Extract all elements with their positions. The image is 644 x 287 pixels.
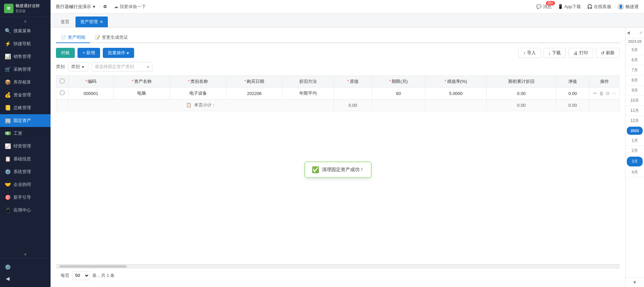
timeline-month-6[interactable]: 6月 [625,55,644,65]
messages-button[interactable]: 💬 消息 99+ [536,4,552,10]
sidebar-item-basic-info[interactable]: 📋 基础信息 [0,153,51,165]
timeline-month-10[interactable]: 10月 [625,96,644,106]
category-value-select[interactable]: 请选择固定资产类别 ▾ [92,62,152,71]
timeline-list: 5月 6月 7月 8月 9月 10月 11月 12月 2023 1月 2月 3月… [625,45,644,277]
select-all-checkbox[interactable] [60,79,64,83]
experience-label: 我要体验一下 [120,4,146,10]
timeline-month-9[interactable]: 9月 [625,86,644,96]
th-net-value: 净值 [556,76,589,88]
th-period: *期限(月) [372,76,425,88]
sidebar-nav: 🔍 搜索菜单 ⚡ 快捷导航 📊 销售管理 🛒 采购管理 📦 库存核算 💰 资金管… [0,25,51,251]
sidebar-scroll-up[interactable]: ▲ [0,17,51,25]
sidebar-item-finance[interactable]: 💰 资金管理 [0,89,51,101]
edit-icon[interactable]: ✏ [593,91,597,96]
customer-service-label: 在线客服 [594,4,611,10]
timeline-month-7[interactable]: 7月 [625,65,644,75]
th-depreciation-method: 折旧方法 [282,76,334,88]
timeline-month-3-current[interactable]: 3月 [627,157,643,167]
total-label: 条，共 1 条 [92,273,115,279]
per-page-select[interactable]: 50 20 100 [72,271,90,280]
panel-expand-icon[interactable]: ⤢ [639,30,643,35]
sub-tab-generate-voucher[interactable]: 📝 变更生成凭证 [90,32,133,43]
subtotal-original-value: 0.00 [334,99,372,111]
panel-year-label: 2023.03 [625,38,644,45]
app-download-label: App下载 [564,4,581,10]
timeline-year-2023[interactable]: 2023 [627,127,643,135]
more-icon[interactable]: ⋯ [611,91,616,96]
headset-icon: 🎧 [587,4,592,9]
sidebar-scroll-down[interactable]: ▼ [0,251,51,258]
gear-icon: ⚙ [103,4,107,9]
sidebar-item-quick-nav[interactable]: ⚡ 快捷导航 [0,37,51,50]
reconcile-button[interactable]: 对账 [56,48,75,58]
panel-scroll-down-icon[interactable]: ▼ [633,280,637,285]
sub-tab-asset-details[interactable]: 📄 资产明细 [56,32,90,43]
h-scrollbar[interactable] [56,264,620,268]
print-icon: 🖨 [574,51,578,56]
finance-icon: 💰 [5,92,11,98]
th-name: *资产名称 [114,76,170,88]
subtotal-row: 📋 本页小计： 0.00 0.00 0.00 [56,99,620,111]
timeline-month-4[interactable]: 4月 [625,167,644,178]
settings-button[interactable]: ⚙ [103,4,107,9]
sidebar-item-inventory[interactable]: 📦 库存核算 [0,76,51,89]
app-download-button[interactable]: 📱 App下载 [558,4,581,10]
logo-icon: 财 [4,4,13,13]
tab-close-icon[interactable]: ✕ [100,20,103,24]
delete-icon[interactable]: 🗑 [599,91,604,96]
user-menu[interactable]: 👤 畅捷通 [617,3,639,10]
sidebar-item-management[interactable]: 📈 经营管理 [0,140,51,153]
h-scrollbar-thumb[interactable] [59,265,127,268]
sidebar-item-cooperation[interactable]: 🤝 企业协同 [0,178,51,191]
company-selector[interactable]: 医疗器械行业演示 ▾ [56,4,95,10]
sidebar-item-label: 资金管理 [13,92,31,98]
collapse-icon: ◀ [5,276,11,282]
right-panel: ◀ ⤢ 2023.03 5月 6月 7月 8月 9月 10月 11月 12月 2… [625,28,644,287]
td-purchase-date: 202206 [226,88,282,99]
sidebar-item-label: 快捷导航 [13,41,31,47]
toast-check-icon: ✅ [312,166,319,173]
timeline-month-2[interactable]: 2月 [625,146,644,156]
sidebar-item-system[interactable]: ⚙️ 系统管理 [0,165,51,178]
td-net-value: 0.00 [556,88,589,99]
tab-home[interactable]: 首页 [56,17,74,27]
sidebar-item-sales[interactable]: 📊 销售管理 [0,50,51,63]
td-accumulated-depreciation: 0.00 [487,88,556,99]
batch-button[interactable]: 批量操作 ▾ [103,48,134,58]
timeline-month-5[interactable]: 5月 [625,45,644,55]
download-label: 下载 [552,50,561,56]
sidebar-settings[interactable]: ⚙️ [0,261,51,273]
copy-icon[interactable]: ⧉ [606,91,609,96]
sidebar-item-app-center[interactable]: 📱 应用中心 [0,204,51,217]
sidebar-item-guide[interactable]: 🎯 新手引导 [0,191,51,204]
customer-service-button[interactable]: 🎧 在线客服 [587,4,611,10]
sidebar-collapse[interactable]: ◀ [0,273,51,284]
sales-icon: 📊 [5,54,11,60]
download-button[interactable]: ↓ 下载 [544,48,566,58]
sidebar-item-payroll[interactable]: 💵 工资 [0,127,51,140]
timeline-month-8[interactable]: 8月 [625,75,644,86]
panel-left-icon[interactable]: ◀ [627,30,630,35]
sidebar-item-search[interactable]: 🔍 搜索菜单 [0,25,51,37]
timeline-month-11[interactable]: 11月 [625,106,644,116]
category-type-select[interactable]: 类别 ▾ [68,62,88,71]
sidebar-item-ledger[interactable]: 📒 总账管理 [0,101,51,114]
import-button[interactable]: ↑ 导入 [518,48,541,58]
timeline-month-1[interactable]: 1月 [625,136,644,146]
voucher-icon: 📝 [95,35,100,40]
tab-asset-management[interactable]: 资产管理 ✕ [75,17,108,27]
category-label: 类别 [56,64,65,70]
sidebar-item-fixed-assets[interactable]: 🏢 固定资产 [0,114,51,127]
print-button[interactable]: 🖨 打印 [569,48,593,58]
sidebar-item-purchase[interactable]: 🛒 采购管理 [0,63,51,76]
refresh-button[interactable]: ↺ 刷新 [596,48,620,58]
td-check [56,88,68,99]
user-avatar: 👤 [617,3,624,10]
import-icon: ↑ [523,51,526,56]
refresh-label: 刷新 [606,50,615,56]
new-button[interactable]: + 新增 [78,48,100,58]
timeline-month-12[interactable]: 12月 [625,116,644,126]
experience-button[interactable]: ☁ 我要体验一下 [114,4,146,10]
row-checkbox[interactable] [60,91,64,95]
content: 📄 资产明细 📝 变更生成凭证 对账 + 新增 批量操作 ▾ [51,28,644,287]
